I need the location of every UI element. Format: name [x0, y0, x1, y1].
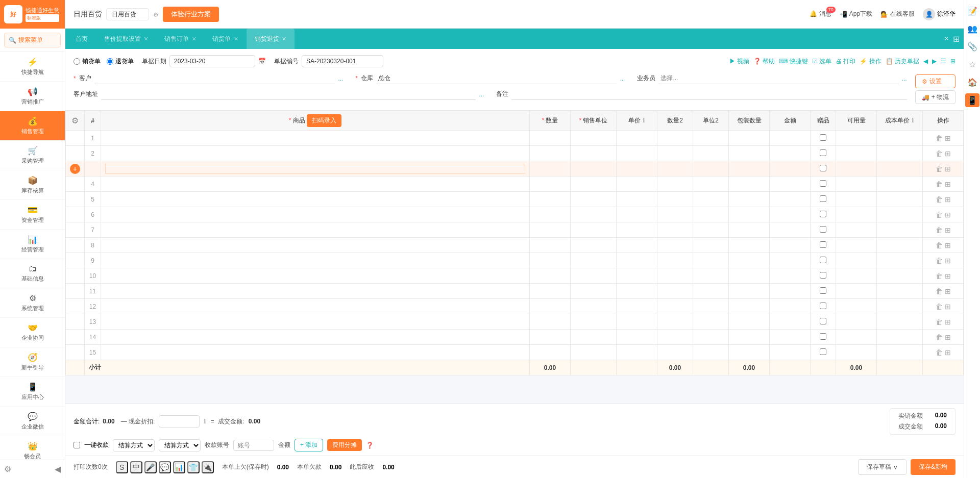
gift-checkbox-active[interactable]	[820, 165, 826, 171]
tab-price-settings-close[interactable]: ×	[144, 35, 148, 43]
radio-sales-invoice-input[interactable]	[74, 58, 80, 65]
sidebar-item-enterprise[interactable]: 🤝 企业协同	[0, 318, 65, 347]
side-panel-btn-5[interactable]: 🏠	[965, 76, 979, 89]
account-input[interactable]	[233, 440, 274, 451]
calendar-icon[interactable]: 📅	[258, 58, 266, 65]
delete-row-2-btn[interactable]: 🗑	[936, 149, 943, 158]
select-btn[interactable]: ☑ 选单	[812, 57, 831, 66]
add-expense-btn[interactable]: + 添加	[295, 439, 323, 451]
sidebar-item-operations[interactable]: 📊 经营管理	[0, 230, 65, 259]
delete-row-10-btn[interactable]: 🗑	[936, 272, 943, 280]
fee-split-btn[interactable]: 费用分摊	[327, 439, 362, 451]
side-panel-btn-1[interactable]: 📝	[965, 4, 979, 18]
delete-row-11-btn[interactable]: 🗑	[936, 287, 943, 295]
sidebar-item-marketing[interactable]: 📢 营销推广	[0, 82, 65, 111]
side-panel-btn-2[interactable]: 👥	[965, 22, 979, 36]
order-input[interactable]	[302, 55, 383, 67]
delete-row-15-btn[interactable]: 🗑	[936, 348, 943, 357]
radio-sales-invoice[interactable]: 销货单	[74, 57, 101, 66]
expand-button[interactable]: ⊞	[951, 32, 962, 46]
operations-btn[interactable]: ⚡ 操作	[860, 57, 881, 66]
sidebar-item-appstore[interactable]: 📱 应用中心	[0, 377, 65, 407]
info-icon-btn[interactable]: ℹ	[204, 418, 206, 425]
copy-row-10-btn[interactable]: ⊞	[945, 272, 951, 280]
copy-row-6-btn[interactable]: ⊞	[945, 211, 951, 219]
sidebar-item-purchase[interactable]: 🛒 采购管理	[0, 141, 65, 170]
close-all-tabs-button[interactable]: ×	[942, 32, 951, 45]
one-click-payment-checkbox[interactable]	[74, 442, 80, 448]
app-download-link[interactable]: 📲 App下载	[840, 10, 872, 18]
address-input[interactable]	[101, 88, 476, 100]
sidebar-settings-button[interactable]: ⚙	[4, 464, 11, 474]
sidebar-item-finance[interactable]: 💳 资金管理	[0, 200, 65, 230]
delete-row-1-btn[interactable]: 🗑	[936, 134, 943, 142]
video-btn[interactable]: ▶ 视频	[729, 57, 749, 66]
copy-row-13-btn[interactable]: ⊞	[945, 318, 951, 326]
tab-sales-invoice-close[interactable]: ×	[234, 35, 238, 43]
delete-row-8-btn[interactable]: 🗑	[936, 241, 943, 249]
sidebar-item-sales[interactable]: 💰 销售管理	[0, 111, 65, 141]
product-input-active[interactable]	[105, 164, 525, 174]
sidebar-item-guide[interactable]: 🧭 新手引导	[0, 347, 65, 377]
date-input[interactable]	[169, 55, 255, 67]
side-panel-btn-3[interactable]: 📎	[965, 40, 979, 54]
copy-row-15-btn[interactable]: ⊞	[945, 348, 951, 357]
sidebar-item-shortcuts[interactable]: ⚡ 快捷导航	[0, 52, 65, 82]
tab-price-settings[interactable]: 售价提取设置 ×	[96, 29, 156, 49]
online-service-link[interactable]: 💁 在线客服	[880, 10, 915, 18]
copy-row-1-btn[interactable]: ⊞	[945, 134, 951, 142]
copy-row-14-btn[interactable]: ⊞	[945, 333, 951, 341]
side-panel-btn-6[interactable]: 📱	[965, 93, 979, 107]
sidebar-item-wechat[interactable]: 💬 企业微信	[0, 407, 65, 436]
gift-checkbox-11[interactable]	[820, 287, 826, 294]
tab-sales-invoice[interactable]: 销货单 ×	[204, 29, 246, 49]
sidebar-item-basic[interactable]: 🗂 基础信息	[0, 259, 65, 288]
settings-form-btn[interactable]: ⚙ 设置	[915, 74, 955, 88]
sidebar-collapse-button[interactable]: ◀	[55, 464, 61, 474]
delete-row-9-btn[interactable]: 🗑	[936, 257, 943, 265]
footer-icon-3[interactable]: 🎤	[144, 461, 157, 473]
save-draft-btn[interactable]: 保存草稿 ∨	[858, 459, 906, 475]
copy-row-12-btn[interactable]: ⊞	[945, 303, 951, 311]
delete-row-14-btn[interactable]: 🗑	[936, 333, 943, 341]
copy-row-4-btn[interactable]: ⊞	[945, 180, 951, 188]
salesperson-input[interactable]	[658, 72, 898, 84]
warehouse-picker-btn[interactable]: ...	[620, 75, 625, 82]
settlement-method-select[interactable]: 结算方式	[113, 439, 155, 451]
tab-sales-return-close[interactable]: ×	[282, 35, 286, 43]
delete-row-6-btn[interactable]: 🗑	[936, 211, 943, 219]
salesperson-picker-btn[interactable]: ...	[902, 75, 907, 82]
copy-row-8-btn[interactable]: ⊞	[945, 241, 951, 249]
tab-home[interactable]: 首页	[67, 29, 96, 49]
footer-icon-4[interactable]: 💬	[159, 461, 171, 473]
logistics-btn[interactable]: 🚚 + 物流	[915, 90, 955, 104]
copy-row-9-btn[interactable]: ⊞	[945, 257, 951, 265]
gift-checkbox-5[interactable]	[820, 195, 826, 202]
gift-checkbox-6[interactable]	[820, 211, 826, 217]
footer-icon-5[interactable]: 📊	[173, 461, 185, 473]
gift-checkbox-14[interactable]	[820, 333, 826, 340]
delete-row-4-btn[interactable]: 🗑	[936, 180, 943, 188]
sidebar-item-system[interactable]: ⚙ 系统管理	[0, 288, 65, 318]
help-btn[interactable]: ❓ 帮助	[753, 57, 775, 66]
side-panel-btn-4[interactable]: ☆	[967, 58, 978, 71]
delete-row-5-btn[interactable]: 🗑	[936, 195, 943, 204]
next-record-btn[interactable]: ▶	[932, 58, 937, 65]
footer-icon-2[interactable]: 中	[130, 461, 142, 473]
tab-sales-return[interactable]: 销货退货 ×	[247, 29, 295, 49]
sidebar-item-members[interactable]: 👑 畅会员	[0, 436, 65, 460]
add-row-btn[interactable]: +	[70, 164, 80, 174]
gift-checkbox-4[interactable]	[820, 180, 826, 187]
gift-checkbox-1[interactable]	[820, 134, 826, 141]
table-wrapper[interactable]: ⚙ # * 商品 扫码录入 * 数量 * 销售单位 单价 ℹ 数量2 单位2	[65, 111, 964, 404]
sidebar-item-inventory[interactable]: 📦 库存核算	[0, 170, 65, 200]
calc-method-select[interactable]: 结算方式	[159, 439, 201, 451]
print-btn[interactable]: 🖨 打印	[836, 57, 855, 66]
tab-sales-order-close[interactable]: ×	[192, 35, 196, 43]
demo-btn[interactable]: 体验行业方案	[163, 7, 219, 22]
gift-checkbox-2[interactable]	[820, 149, 826, 156]
customer-picker-btn[interactable]: ...	[338, 75, 343, 82]
company-dropdown[interactable]: 日用百货	[106, 8, 149, 20]
scan-input-btn[interactable]: 扫码录入	[307, 114, 341, 127]
search-menu-button[interactable]: 🔍 搜索菜单	[4, 33, 61, 47]
